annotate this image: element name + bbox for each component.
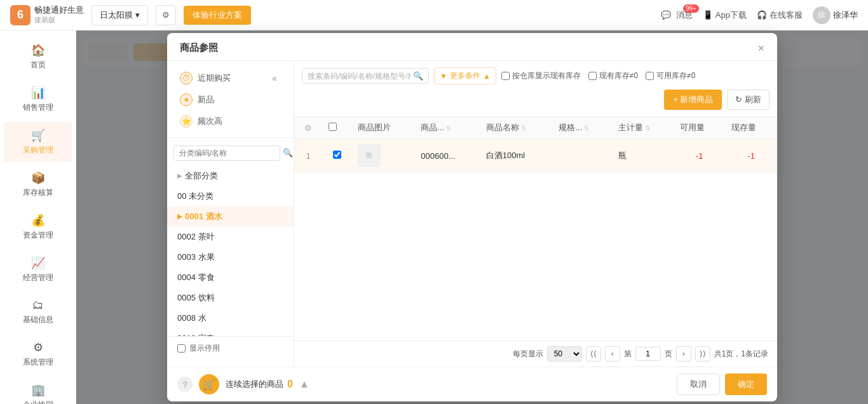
dialog-overlay: 商品参照 × ⏱ 近期购买 « ★ — [76, 30, 868, 404]
user-area[interactable]: 徐 徐泽华 — [813, 6, 858, 24]
select-all-checkbox[interactable] — [329, 123, 337, 131]
product-image: 图 — [358, 144, 381, 167]
table-row[interactable]: 1 图 — [294, 139, 777, 173]
cat-item-0001[interactable]: ▶ 0001 酒水 — [167, 206, 294, 227]
sidebar-item-purchase[interactable]: 🛒 采购管理 — [4, 122, 72, 162]
sidebar-item-system[interactable]: ⚙ 系统管理 — [4, 334, 72, 374]
by-warehouse-checkbox[interactable] — [501, 72, 510, 80]
row-checkbox[interactable] — [333, 151, 341, 159]
cat-item-0005[interactable]: 0005 饮料 — [167, 288, 294, 308]
sort-code-icon: ⇅ — [446, 125, 451, 131]
check-stock-nonzero[interactable]: 现有库存≠0 — [588, 71, 638, 81]
sidebar-item-basic[interactable]: 🗂 基础信息 — [4, 292, 72, 332]
add-product-button[interactable]: + 新增商品 — [664, 90, 722, 110]
sidebar-item-sales[interactable]: 📊 销售管理 — [4, 79, 72, 119]
sidebar-label-home: 首页 — [31, 60, 46, 71]
cat-item-0004[interactable]: 0004 零食 — [167, 267, 294, 288]
row-img-cell: 图 — [351, 139, 414, 173]
search-icon[interactable]: 🔍 — [413, 71, 423, 81]
stock-nonzero-checkbox[interactable] — [588, 72, 597, 80]
prev-page-button[interactable]: ‹ — [605, 346, 620, 361]
available-nonzero-checkbox[interactable] — [646, 72, 654, 80]
cat-item-0002[interactable]: 0002 茶叶 — [167, 227, 294, 247]
cancel-button[interactable]: 取消 — [677, 374, 720, 395]
cat-label-all: 全部分类 — [185, 170, 218, 182]
refresh-button[interactable]: ↻ 刷新 — [727, 90, 770, 110]
cat-item-0008[interactable]: 0008 水 — [167, 308, 294, 328]
message-badge-wrap[interactable]: 💬 99+ 消息 — [661, 10, 693, 21]
cart-button[interactable]: 🛒 — [199, 374, 219, 394]
col-name[interactable]: 商品名称 ⇅ — [480, 117, 553, 139]
col-available: 可用量 — [674, 117, 726, 139]
cat-item-all[interactable]: ▶ 全部分类 — [167, 166, 294, 186]
exp-button[interactable]: 体验行业方案 — [184, 6, 251, 25]
quick-item-new[interactable]: ★ 新品 — [173, 89, 287, 111]
first-page-button[interactable]: ⟨⟨ — [586, 346, 601, 361]
dialog-header: 商品参照 × — [167, 33, 777, 61]
sidebar-label-sales: 销售管理 — [23, 102, 53, 113]
col-unit[interactable]: 主计量 ⇅ — [612, 117, 674, 139]
online-service[interactable]: 🎧 在线客服 — [757, 10, 803, 21]
row-available: -1 — [674, 139, 726, 173]
sidebar-label-inventory: 库存核算 — [23, 187, 53, 198]
operation-icon: 📈 — [31, 256, 45, 270]
page-number-input[interactable] — [635, 347, 661, 361]
col-settings[interactable]: ⚙ — [294, 117, 322, 139]
phone-icon: 📱 — [703, 10, 713, 20]
dialog-footer: ? 🛒 连续选择的商品 0 ▲ 取消 确定 — [167, 367, 777, 401]
quick-item-recent[interactable]: ⏱ 近期购买 « — [173, 67, 287, 89]
selected-count: 0 — [287, 379, 293, 390]
img-placeholder: 图 — [366, 151, 372, 160]
cat-item-0003[interactable]: 0003 水果 — [167, 247, 294, 267]
page-text: 第 — [624, 349, 632, 360]
cat-search-input[interactable] — [173, 145, 280, 161]
topbar: 6 畅捷通好生意 捷易版 日太阳膜 ▾ ⚙ 体验行业方案 💬 99+ 消息 📱 … — [0, 0, 868, 30]
store-selector[interactable]: 日太阳膜 ▾ — [92, 5, 148, 25]
row-num: 1 — [294, 139, 322, 173]
table-body: 1 图 — [294, 139, 777, 173]
page-size-label: 每页显示 — [513, 349, 543, 360]
filter-icon: ▼ — [440, 72, 447, 81]
total-info: 共1页，1条记录 — [714, 349, 768, 360]
help-button[interactable]: ? — [177, 377, 193, 392]
footer-collapse-icon[interactable]: ▲ — [299, 379, 309, 390]
settings-button[interactable]: ⚙ — [156, 5, 176, 25]
divider1 — [167, 137, 294, 138]
check-by-warehouse[interactable]: 按仓库显示现有库存 — [501, 71, 581, 81]
col-spec[interactable]: 规格... ⇅ — [552, 117, 612, 139]
available-nonzero-label: 可用库存≠0 — [656, 71, 695, 81]
selected-label: 连续选择的商品 — [226, 379, 283, 390]
cat-search-icon[interactable]: 🔍 — [283, 148, 293, 158]
cat-item-0010[interactable]: 0010 家电 — [167, 328, 294, 336]
row-checkbox-cell[interactable] — [322, 139, 351, 173]
cat-item-00[interactable]: 00 未分类 — [167, 186, 294, 206]
cat-search-row: 🔍 — [167, 143, 294, 163]
sidebar-item-finance[interactable]: 💰 资金管理 — [4, 207, 72, 247]
more-filter-button[interactable]: ▼ 更多条件 ▲ — [434, 67, 496, 84]
sidebar-label-system: 系统管理 — [23, 357, 53, 368]
confirm-button[interactable]: 确定 — [725, 374, 767, 395]
show-disabled-checkbox[interactable] — [177, 344, 186, 353]
product-search-input[interactable] — [308, 72, 410, 81]
col-code[interactable]: 商品... ⇅ — [414, 117, 480, 139]
dialog-close-button[interactable]: × — [757, 43, 764, 54]
row-name: 白酒100ml — [480, 139, 553, 173]
quick-item-freq[interactable]: ⭐ 频次高 — [173, 111, 287, 132]
sidebar-label-basic: 基础信息 — [23, 314, 53, 325]
sidebar-item-home[interactable]: 🏠 首页 — [4, 37, 72, 77]
main-layout: 🏠 首页 📊 销售管理 🛒 采购管理 📦 库存核算 💰 资金管理 📈 经营管理 … — [0, 30, 868, 404]
home-icon: 🏠 — [31, 43, 45, 57]
next-page-button[interactable]: › — [676, 346, 691, 361]
show-disabled-label: 显示停用 — [189, 343, 220, 354]
last-page-button[interactable]: ⟩⟩ — [695, 346, 710, 361]
sidebar-item-enterprise[interactable]: 🏢 企业协同 — [4, 377, 72, 404]
page-size-select[interactable]: 50 10 20 100 — [547, 346, 582, 361]
app-download[interactable]: 📱 App下载 — [703, 10, 747, 21]
sidebar-item-operation[interactable]: 📈 经营管理 — [4, 250, 72, 290]
check-available-nonzero[interactable]: 可用库存≠0 — [646, 71, 695, 81]
selected-info: 连续选择的商品 0 — [226, 379, 293, 390]
sidebar-item-inventory[interactable]: 📦 库存核算 — [4, 165, 72, 205]
collapse-icon[interactable]: « — [268, 72, 281, 84]
show-disabled-row[interactable]: 显示停用 — [167, 336, 294, 360]
cat-arrow-0001: ▶ — [177, 213, 182, 220]
